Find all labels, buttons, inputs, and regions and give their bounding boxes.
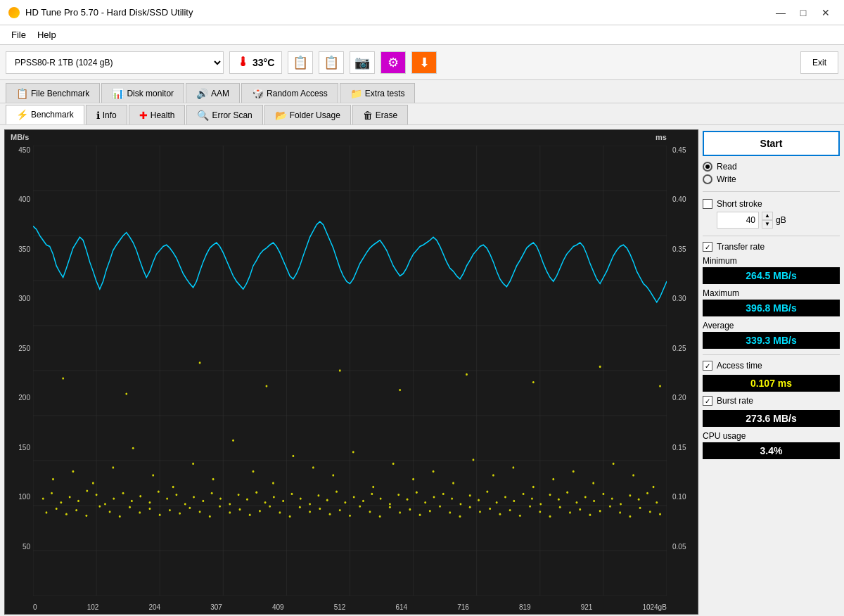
copy-button[interactable]: 📋 [288,51,313,74]
svg-point-124 [369,511,371,513]
burst-rate-checkbox[interactable]: Burst rate [703,396,840,406]
svg-point-179 [552,478,554,480]
tab-file-benchmark[interactable]: 📋 File Benchmark [6,83,100,103]
svg-point-164 [252,470,255,473]
svg-point-143 [559,506,561,508]
tab-folder-usage[interactable]: 📂 Folder Usage [264,105,351,124]
spin-down-button[interactable]: ▼ [762,220,773,229]
write-radio[interactable]: Write [703,174,840,184]
spin-up-button[interactable]: ▲ [762,212,773,220]
tab-disk-monitor[interactable]: 📊 Disk monitor [101,83,184,103]
tab-extra-tests[interactable]: 📁 Extra tests [340,83,416,103]
svg-point-84 [593,500,595,502]
svg-point-40 [202,500,204,502]
tab-erase[interactable]: 🗑 Erase [352,105,408,124]
svg-point-121 [339,509,341,511]
tab-random-access[interactable]: 🎲 Random Access [241,83,338,103]
short-stroke-label: Short stroke [717,199,762,209]
minimum-stat: Minimum 264.5 MB/s [703,256,840,284]
svg-point-155 [72,470,74,473]
toolbar: PPSS80-R 1TB (1024 gB) 🌡 33°C 📋 📋 📷 ⚙ ⬇ … [0,45,844,80]
access-time-checkbox-box [703,361,712,371]
read-radio[interactable]: Read [703,162,840,172]
svg-point-185 [62,377,64,379]
extra-tests-icon: 📁 [350,88,362,99]
svg-point-28 [96,494,98,496]
write-radio-circle [703,174,712,184]
separator-1 [703,191,840,192]
svg-point-33 [139,495,141,497]
svg-point-86 [611,497,613,499]
svg-point-177 [512,466,514,468]
erase-label: Erase [376,110,397,120]
svg-point-105 [179,512,181,514]
svg-point-129 [419,514,421,516]
minimize-button[interactable]: — [771,4,791,21]
svg-point-74 [504,496,506,498]
svg-point-101 [139,511,141,513]
svg-point-23 [51,492,53,494]
svg-point-194 [659,385,661,387]
svg-point-135 [479,511,481,513]
svg-point-175 [473,458,475,461]
svg-point-93 [56,508,58,510]
svg-point-108 [209,515,211,518]
burst-rate-value: 273.6 MB/s [703,410,840,427]
tab-health[interactable]: ✚ Health [129,105,186,124]
svg-point-142 [549,515,551,518]
svg-point-117 [299,506,301,508]
close-button[interactable]: ✕ [816,4,836,21]
svg-point-111 [239,508,241,511]
tab-aam[interactable]: 🔊 AAM [186,83,240,103]
svg-point-112 [249,514,251,516]
svg-point-67 [442,493,445,495]
svg-point-80 [558,499,560,501]
svg-point-38 [184,503,186,505]
download-button[interactable]: ⬇ [411,51,437,74]
tab-error-scan[interactable]: 🔍 Error Scan [186,105,262,124]
burst-rate-stat: 273.6 MB/s [703,410,840,427]
average-label: Average [703,321,840,331]
svg-point-59 [371,493,373,495]
stroke-value-input[interactable] [717,212,759,229]
inner-tabs: ⚡ Benchmark ℹ Info ✚ Health 🔍 Error Scan… [0,103,844,125]
svg-point-158 [132,447,134,449]
menu-help[interactable]: Help [32,27,62,42]
svg-point-26 [77,500,79,502]
svg-point-193 [599,366,601,368]
drive-select[interactable]: PPSS80-R 1TB (1024 gB) [6,51,224,74]
menu-bar: File Help [0,25,844,45]
svg-point-138 [509,509,511,511]
access-time-checkbox[interactable]: Access time [703,361,840,371]
erase-icon: 🗑 [363,110,373,121]
benchmark-label: Benchmark [31,110,74,120]
outer-tabs: 📋 File Benchmark 📊 Disk monitor 🔊 AAM 🎲 … [0,80,844,103]
svg-point-165 [272,482,274,484]
svg-point-31 [122,492,124,494]
chart-unit-left: MB/s [11,133,29,141]
svg-point-104 [169,509,171,511]
svg-point-126 [389,506,391,508]
svg-point-27 [86,489,88,492]
copy2-button[interactable]: 📋 [319,51,344,74]
tab-info[interactable]: ℹ Info [86,105,127,124]
maximize-button[interactable]: □ [793,4,813,21]
settings-button[interactable]: ⚙ [381,51,406,74]
info-label: Info [103,110,117,120]
camera-button[interactable]: 📷 [350,51,375,74]
transfer-rate-checkbox[interactable]: Transfer rate [703,242,840,252]
svg-point-136 [489,508,491,510]
exit-button[interactable]: Exit [800,51,838,74]
svg-point-29 [104,503,106,505]
menu-file[interactable]: File [6,27,32,42]
gb-unit-label: gB [776,215,786,225]
tab-benchmark[interactable]: ⚡ Benchmark [6,105,84,124]
svg-point-133 [459,515,461,518]
short-stroke-checkbox[interactable]: Short stroke [703,199,840,209]
svg-point-148 [609,505,611,507]
svg-point-107 [199,511,201,513]
svg-point-192 [532,381,535,383]
svg-point-36 [166,497,168,499]
svg-point-170 [372,486,374,488]
start-button[interactable]: Start [703,131,840,156]
